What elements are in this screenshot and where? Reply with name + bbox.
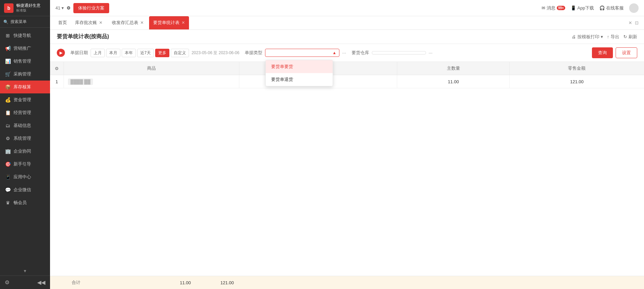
app-logo-icon: b [4,3,14,13]
purchase-icon: 🛒 [5,71,11,77]
app-download-button[interactable]: 📱 App下载 [571,5,594,11]
tabbar-controls: ✕ ⊡ [628,20,639,25]
settings-icon[interactable]: ⚙ [5,279,9,286]
sidebar-item-inventory[interactable]: 📦 库存核算 [0,81,50,93]
expand-icon: ▶ [59,50,63,55]
filter-action-buttons: 查询 设置 [592,47,637,58]
dropdown-item-return[interactable]: 要货单退货 [266,73,333,86]
data-table: ⚙ 商品 主计量单位 主数量 零售金额 1 ████ ██ 块 11.0 [50,62,644,88]
sidebar-scroll-controls: ▼ [0,267,50,275]
this-month-btn[interactable]: 本月 [106,49,120,57]
filter-expand-button[interactable]: ▶ [57,49,65,57]
page-header: 要货单统计表(按商品) 🖨 按模板打印 ▾ ↑ 导出 ↻ 刷新 [50,30,644,44]
search-menu-button[interactable]: 🔍 搜索菜单 [3,19,47,25]
this-year-btn[interactable]: 本年 [122,49,136,57]
sidebar-item-label: 企业微信 [14,187,31,193]
col-product: 商品 [64,62,239,75]
sidebar-item-purchase[interactable]: 🛒 采购管理 [0,68,50,81]
topbar: 41 ▾ ⚙ 体验行业方案 ✉ 消息 99+ 📱 App下载 🎧 在线客服 [50,0,644,16]
sidebar-item-marketing[interactable]: 📢 营销推广 [0,42,50,55]
tab-batch-account[interactable]: 库存批次账 ✕ [71,16,106,29]
apps-icon: 📱 [5,174,11,180]
finance-icon: 💰 [5,97,11,103]
filter-bar: ▶ 单据日期 上月 本月 本年 近7天 更多 自定义 2023-05-06 至 … [50,44,644,62]
export-button[interactable]: ↑ 导出 [607,34,620,40]
settings-button[interactable]: 设置 [616,47,637,58]
doc-type-filter-group: 单据类型 ▲ 要货单要货 要货单退货 ··· [245,49,346,57]
tab-order-summary-close[interactable]: ✕ [182,20,185,25]
print-dropdown-icon: ▾ [601,34,603,39]
tab-home[interactable]: 首页 [55,16,70,29]
support-button[interactable]: 🎧 在线客服 [599,5,624,11]
tab-receivable-summary-close[interactable]: ✕ [140,20,144,25]
messages-button[interactable]: ✉ 消息 99+ [542,5,565,11]
footer-quantity: 11.00 [176,280,216,285]
tab-batch-account-close[interactable]: ✕ [99,20,102,25]
sidebar-item-quick-nav[interactable]: ⊞ 快捷导航 [0,29,50,42]
sidebar-item-label: 库存核算 [14,84,31,90]
sidebar-item-label: 营销推广 [14,45,31,51]
trial-button[interactable]: 体验行业方案 [73,3,109,13]
table-container: ⚙ 商品 主计量单位 主数量 零售金额 1 ████ ██ 块 11.0 [50,62,644,276]
sidebar-item-enterprise[interactable]: 🏢 企业协同 [0,145,50,158]
operation-icon: 📋 [5,110,11,116]
sidebar-item-apps[interactable]: 📱 应用中心 [0,171,50,183]
main-area: 41 ▾ ⚙ 体验行业方案 ✉ 消息 99+ 📱 App下载 🎧 在线客服 [50,0,644,289]
last-month-btn[interactable]: 上月 [91,49,105,57]
warehouse-select[interactable] [372,51,426,54]
custom-date-btn[interactable]: 自定义 [171,49,189,57]
sidebar-item-member[interactable]: ♛ 畅会员 [0,196,50,209]
footer-total-label: 合计 [68,280,135,286]
more-dates-btn[interactable]: 更多 [155,49,169,57]
user-avatar[interactable] [629,3,639,13]
search-menu-label: 搜索菜单 [10,19,27,25]
tab-receivable-summary-label: 收发存汇总表 [112,20,138,26]
doc-type-select[interactable]: ▲ 要货单要货 要货单退货 [265,49,339,57]
sidebar-item-label: 经营管理 [14,110,31,116]
sidebar-search-area[interactable]: 🔍 搜索菜单 [0,16,50,28]
sidebar-item-guide[interactable]: 🎯 新手引导 [0,158,50,171]
product-name-placeholder: ████ ██ [68,79,93,85]
sidebar-item-label: 畅会员 [14,200,27,206]
search-icon: 🔍 [3,20,8,24]
print-icon: 🖨 [572,34,576,39]
sidebar-nav: ⊞ 快捷导航 📢 营销推广 📊 销售管理 🛒 采购管理 📦 库存核算 💰 资金管… [0,28,50,267]
col-quantity: 主数量 [397,62,510,75]
scroll-down-arrow[interactable]: ▼ [22,268,28,274]
sidebar-item-label: 新手引导 [14,161,31,167]
refresh-button[interactable]: ↻ 刷新 [623,34,637,40]
query-button[interactable]: 查询 [592,47,613,58]
store-selector[interactable]: 41 ▾ [55,5,64,10]
topbar-settings-icon[interactable]: ⚙ [67,5,71,10]
print-template-label: 按模板打印 [577,34,599,40]
tab-receivable-summary[interactable]: 收发存汇总表 ✕ [108,16,148,29]
last-7-days-btn[interactable]: 近7天 [137,49,154,57]
sidebar-bottom: ⚙ ◀◀ [0,275,50,289]
footer-amount: 121.00 [216,280,257,285]
sidebar-item-basic[interactable]: 🗂 基础信息 [0,119,50,132]
page-content: 要货单统计表(按商品) 🖨 按模板打印 ▾ ↑ 导出 ↻ 刷新 [50,30,644,289]
table-header-row: ⚙ 商品 主计量单位 主数量 零售金额 [50,62,644,75]
refresh-icon: ↻ [623,34,627,39]
tab-close-all-icon[interactable]: ✕ [628,20,632,25]
sidebar-item-operation[interactable]: 📋 经营管理 [0,106,50,119]
warehouse-more-btn[interactable]: ··· [429,50,433,55]
sidebar-item-wechat[interactable]: 💬 企业微信 [0,183,50,196]
tab-order-summary-label: 要货单统计表 [153,20,180,26]
sidebar-item-finance[interactable]: 💰 资金管理 [0,93,50,106]
col-settings[interactable]: ⚙ [50,62,64,75]
dropdown-item-order[interactable]: 要货单要货 [266,60,333,73]
export-label: 导出 [611,34,619,40]
collapse-sidebar-icon[interactable]: ◀◀ [37,279,45,286]
print-template-button[interactable]: 🖨 按模板打印 ▾ [572,34,603,40]
tab-order-summary[interactable]: 要货单统计表 ✕ [149,16,189,29]
warehouse-filter-label: 要货仓库 [352,50,369,56]
warehouse-filter-group: 要货仓库 ··· [352,50,433,56]
marketing-icon: 📢 [5,45,11,51]
sidebar-item-system[interactable]: ⚙ 系统管理 [0,132,50,145]
doc-type-more-btn[interactable]: ··· [342,50,346,55]
sidebar-item-sales[interactable]: 📊 销售管理 [0,55,50,68]
tab-expand-icon[interactable]: ⊡ [635,20,639,25]
doc-type-arrow: ▲ [332,50,336,55]
store-number: 41 [55,5,60,10]
